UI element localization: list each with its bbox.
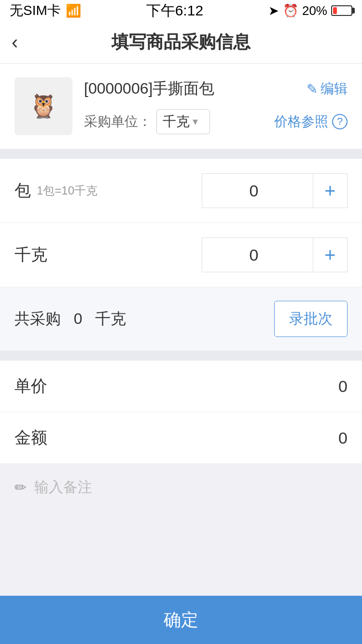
price-ref-label: 价格参照 bbox=[274, 112, 328, 131]
back-button[interactable]: ‹ bbox=[12, 31, 18, 53]
price-ref-button[interactable]: 价格参照 ? bbox=[274, 112, 348, 131]
product-image-icon: 🦉 bbox=[29, 93, 58, 120]
unit-label: 采购单位： 千克 ▾ bbox=[84, 109, 210, 134]
note-section[interactable]: ✏ 输入备注 bbox=[0, 464, 362, 511]
quantity-sublabel-bag: 1包=10千克 bbox=[37, 183, 97, 198]
price-amount-value: 0 bbox=[338, 429, 348, 448]
quantity-row-bag: 包 1包=10千克 + bbox=[0, 159, 362, 223]
question-icon: ? bbox=[332, 114, 348, 129]
total-label-text: 共采购 bbox=[14, 310, 61, 327]
unit-select-value: 千克 bbox=[163, 112, 190, 131]
quantity-label-bag: 包 1包=10千克 bbox=[14, 180, 97, 202]
record-batch-button[interactable]: 录批次 bbox=[274, 301, 348, 337]
status-left: 无SIM卡 📶 bbox=[10, 1, 81, 20]
quantity-plus-bag[interactable]: + bbox=[313, 173, 348, 208]
product-name: [0000006]手撕面包 bbox=[84, 78, 214, 99]
price-unit-label: 单价 bbox=[14, 375, 47, 397]
quantity-unit-kg: 千克 bbox=[14, 244, 47, 266]
price-row-amount: 金额 0 bbox=[0, 412, 362, 464]
quantity-input-group-kg: + bbox=[202, 238, 348, 272]
status-bar: 无SIM卡 📶 下午6:12 ➤ ⏰ 20% bbox=[0, 0, 362, 21]
wifi-icon: 📶 bbox=[66, 3, 81, 18]
nav-bar: ‹ 填写商品采购信息 bbox=[0, 21, 362, 64]
quantity-section: 包 1包=10千克 + 千克 + bbox=[0, 159, 362, 287]
pencil-icon: ✏ bbox=[14, 479, 27, 496]
quantity-plus-kg[interactable]: + bbox=[313, 238, 348, 272]
confirm-button[interactable]: 确定 bbox=[0, 596, 362, 644]
edit-icon: ✎ bbox=[306, 81, 318, 97]
status-right: ➤ ⏰ 20% bbox=[268, 3, 352, 18]
note-input-placeholder: 输入备注 bbox=[34, 477, 92, 497]
unit-label-text: 采购单位： bbox=[84, 112, 152, 131]
page-title: 填写商品采购信息 bbox=[111, 30, 251, 54]
product-unit-row: 采购单位： 千克 ▾ 价格参照 ? bbox=[84, 109, 348, 134]
section-divider-2 bbox=[0, 351, 362, 361]
quantity-unit-bag: 包 bbox=[14, 180, 31, 202]
product-name-row: [0000006]手撕面包 ✎ 编辑 bbox=[84, 78, 348, 99]
alarm-icon: ⏰ bbox=[283, 3, 298, 18]
section-divider-1 bbox=[0, 149, 362, 159]
battery-icon bbox=[331, 5, 352, 16]
quantity-label-kg: 千克 bbox=[14, 244, 47, 266]
chevron-down-icon: ▾ bbox=[193, 115, 198, 128]
product-card: 🦉 [0000006]手撕面包 ✎ 编辑 采购单位： 千克 ▾ 价格参照 ? bbox=[0, 64, 362, 149]
carrier-text: 无SIM卡 bbox=[10, 1, 61, 20]
quantity-input-group-bag: + bbox=[202, 173, 348, 208]
price-amount-label: 金额 bbox=[14, 427, 47, 449]
edit-button[interactable]: ✎ 编辑 bbox=[306, 80, 348, 98]
product-info: [0000006]手撕面包 ✎ 编辑 采购单位： 千克 ▾ 价格参照 ? bbox=[84, 78, 348, 134]
total-unit: 千克 bbox=[95, 310, 126, 327]
quantity-input-kg[interactable] bbox=[202, 238, 313, 272]
price-unit-value: 0 bbox=[338, 377, 348, 396]
status-time: 下午6:12 bbox=[146, 1, 203, 21]
total-value: 0 bbox=[74, 310, 83, 327]
price-section: 单价 0 金额 0 bbox=[0, 361, 362, 464]
total-label: 共采购 0 千克 bbox=[14, 308, 126, 330]
price-row-unit: 单价 0 bbox=[0, 361, 362, 412]
location-icon: ➤ bbox=[268, 3, 279, 18]
unit-select[interactable]: 千克 ▾ bbox=[156, 109, 210, 134]
product-image: 🦉 bbox=[14, 77, 72, 135]
quantity-input-bag[interactable] bbox=[202, 173, 313, 208]
battery-percent: 20% bbox=[302, 3, 327, 18]
quantity-row-kg: 千克 + bbox=[0, 223, 362, 287]
total-row: 共采购 0 千克 录批次 bbox=[0, 287, 362, 351]
edit-label: 编辑 bbox=[320, 80, 348, 98]
